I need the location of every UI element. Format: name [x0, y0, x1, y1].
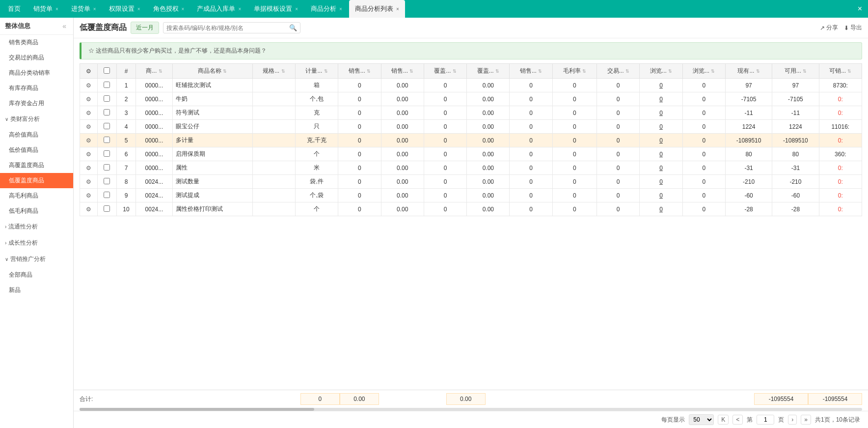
row-checkbox[interactable] — [97, 79, 116, 92]
col-code[interactable]: 商... ⇅ — [136, 64, 172, 79]
row-select-checkbox[interactable] — [104, 150, 110, 157]
nav-purchase-order[interactable]: 进货单 × — [65, 0, 102, 18]
nav-permission-settings[interactable]: 权限设置 × — [103, 0, 146, 18]
row-browse-a[interactable]: 0 — [640, 106, 682, 120]
close-product-analysis-list-icon[interactable]: × — [396, 6, 399, 12]
close-product-analysis-icon[interactable]: × — [339, 6, 342, 12]
row-select-checkbox[interactable] — [104, 95, 110, 102]
sidebar-collapse-button[interactable]: « — [60, 22, 68, 30]
row-settings[interactable]: ⚙ — [80, 92, 98, 106]
col-browse-a[interactable]: 浏览... ⇅ — [640, 64, 682, 79]
col-gross-rate[interactable]: 毛利率 ⇅ — [552, 64, 597, 79]
col-name[interactable]: 商品名称 ⇅ — [172, 64, 252, 79]
row-checkbox[interactable] — [97, 161, 116, 175]
close-permission-icon[interactable]: × — [137, 6, 140, 12]
row-browse-a[interactable]: 0 — [640, 134, 682, 147]
col-spec[interactable]: 规格... ⇅ — [252, 64, 295, 79]
select-all-checkbox[interactable] — [104, 67, 110, 74]
search-input[interactable] — [166, 25, 289, 31]
close-role-auth-icon[interactable]: × — [182, 6, 185, 12]
row-browse-a[interactable]: 0 — [640, 120, 682, 134]
col-browse-b[interactable]: 浏览... ⇅ — [682, 64, 725, 79]
col-unit[interactable]: 计量... ⇅ — [295, 64, 338, 79]
nav-home[interactable]: 首页 — [2, 0, 27, 18]
nav-sales-order[interactable]: 销货单 × — [27, 0, 64, 18]
row-checkbox[interactable] — [97, 106, 116, 120]
row-settings[interactable]: ⚙ — [80, 120, 98, 134]
sidebar-item-all-goods[interactable]: 全部商品 — [0, 267, 73, 283]
date-filter-button[interactable]: 近一月 — [131, 22, 159, 34]
close-all-button[interactable]: × — [854, 2, 866, 15]
row-select-checkbox[interactable] — [104, 123, 110, 129]
row-browse-a[interactable]: 0 — [640, 202, 682, 216]
row-settings[interactable]: ⚙ — [80, 147, 98, 161]
close-sales-order-icon[interactable]: × — [55, 6, 58, 12]
row-browse-a[interactable]: 0 — [640, 147, 682, 161]
row-select-checkbox[interactable] — [104, 164, 110, 171]
sidebar-item-low-value[interactable]: 低价值商品 — [0, 143, 73, 158]
row-browse-a[interactable]: 0 — [640, 189, 682, 202]
col-saleable[interactable]: 可销... ⇅ — [819, 64, 862, 79]
row-browse-a[interactable]: 0 — [640, 175, 682, 189]
row-browse-a[interactable]: 0 — [640, 161, 682, 175]
nav-template-settings[interactable]: 单据模板设置 × — [248, 0, 304, 18]
nav-product-analysis[interactable]: 商品分析 × — [305, 0, 348, 18]
row-settings[interactable]: ⚙ — [80, 175, 98, 189]
row-select-checkbox[interactable] — [104, 178, 110, 184]
sidebar-item-sales-goods[interactable]: 销售类商品 — [0, 35, 73, 50]
next-page-button[interactable]: › — [788, 415, 797, 425]
prev-page-button[interactable]: < — [732, 415, 743, 425]
row-select-checkbox[interactable] — [104, 205, 110, 212]
sidebar-item-low-coverage[interactable]: 低覆盖度商品 — [0, 173, 73, 188]
nav-product-analysis-list[interactable]: 商品分析列表 × — [349, 0, 405, 18]
col-sales-qty[interactable]: 销售... ⇅ — [338, 64, 381, 79]
col-settings[interactable]: ⚙ — [80, 64, 98, 79]
row-settings[interactable]: ⚙ — [80, 106, 98, 120]
col-cover-a[interactable]: 覆盖... ⇅ — [424, 64, 466, 79]
row-settings[interactable]: ⚙ — [80, 134, 98, 147]
page-number-input[interactable] — [757, 415, 774, 425]
sidebar-section-liquidity[interactable]: › 流通性分析 — [0, 219, 73, 235]
share-button[interactable]: ↗ 分享 — [820, 24, 838, 32]
sidebar-section-marketing[interactable]: ∨ 营销推广分析 — [0, 251, 73, 267]
sidebar-item-category-rate[interactable]: 商品分类动销率 — [0, 65, 73, 81]
close-template-settings-icon[interactable]: × — [295, 6, 298, 12]
nav-role-auth[interactable]: 角色授权 × — [147, 0, 190, 18]
sidebar-item-high-margin[interactable]: 高毛利商品 — [0, 188, 73, 203]
sidebar-section-wealth[interactable]: ∨ 类财富分析 — [0, 111, 73, 127]
sidebar-item-traded-goods[interactable]: 交易过的商品 — [0, 50, 73, 65]
row-browse-a[interactable]: 0 — [640, 92, 682, 106]
col-sales-c[interactable]: 销售... ⇅ — [510, 64, 552, 79]
page-size-select[interactable]: 50 100 200 — [689, 414, 714, 425]
close-product-inbound-icon[interactable]: × — [238, 6, 241, 12]
first-page-button[interactable]: K — [718, 415, 729, 425]
row-checkbox[interactable] — [97, 147, 116, 161]
sidebar-item-low-margin[interactable]: 低毛利商品 — [0, 203, 73, 219]
nav-product-inbound[interactable]: 产成品入库单 × — [191, 0, 247, 18]
col-current[interactable]: 现有... ⇅ — [725, 64, 772, 79]
close-purchase-order-icon[interactable]: × — [93, 6, 96, 12]
sidebar-item-high-value[interactable]: 高价值商品 — [0, 127, 73, 143]
col-trade[interactable]: 交易... ⇅ — [597, 64, 640, 79]
export-button[interactable]: ⬇ 导出 — [844, 24, 862, 32]
col-sales-amt[interactable]: 销售... ⇅ — [381, 64, 424, 79]
col-avail[interactable]: 可用... ⇅ — [772, 64, 819, 79]
row-checkbox[interactable] — [97, 175, 116, 189]
row-settings[interactable]: ⚙ — [80, 189, 98, 202]
row-select-checkbox[interactable] — [104, 137, 110, 143]
sidebar-item-new-goods[interactable]: 新品 — [0, 283, 73, 298]
row-checkbox[interactable] — [97, 189, 116, 202]
row-checkbox[interactable] — [97, 202, 116, 216]
row-browse-a[interactable]: 0 — [640, 79, 682, 92]
row-settings[interactable]: ⚙ — [80, 202, 98, 216]
sidebar-item-stocked-goods[interactable]: 有库存商品 — [0, 81, 73, 96]
last-page-button[interactable]: » — [801, 415, 811, 425]
row-checkbox[interactable] — [97, 120, 116, 134]
sidebar-item-high-coverage[interactable]: 高覆盖度商品 — [0, 158, 73, 173]
col-cover-b[interactable]: 覆盖... ⇅ — [467, 64, 510, 79]
row-select-checkbox[interactable] — [104, 82, 110, 88]
sidebar-item-inventory-fund[interactable]: 库存资金占用 — [0, 96, 73, 111]
row-checkbox[interactable] — [97, 92, 116, 106]
row-select-checkbox[interactable] — [104, 192, 110, 198]
row-settings[interactable]: ⚙ — [80, 79, 98, 92]
